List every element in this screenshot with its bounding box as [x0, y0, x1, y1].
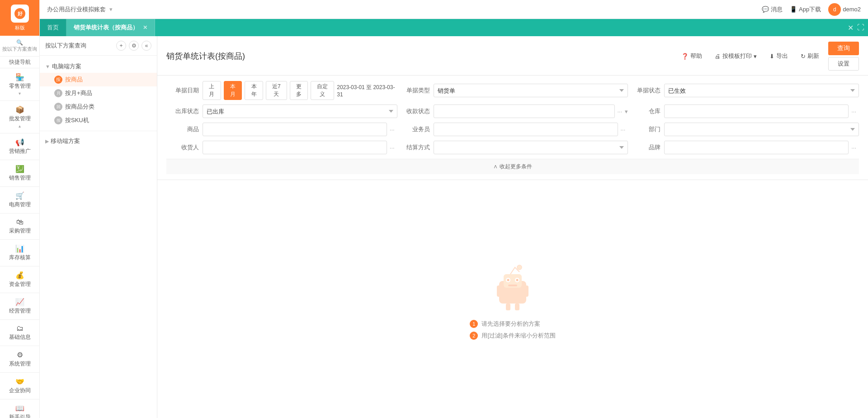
- settings-scheme-button[interactable]: ⚙: [129, 41, 139, 51]
- tab-home[interactable]: 首页: [40, 19, 66, 36]
- scheme-by-product[interactable]: 按 按商品: [40, 73, 157, 86]
- left-panel: 按以下方案查询 + ⚙ « ▼ 电脑端方案: [40, 36, 157, 418]
- scheme-by-month-product[interactable]: 月 按月+商品: [40, 86, 157, 100]
- brand-input[interactable]: [664, 141, 849, 154]
- wholesale-label: 批发管理: [9, 115, 31, 123]
- payment-dots[interactable]: ···: [615, 108, 625, 115]
- sidebar-item-purchase[interactable]: 🛍 采购管理: [0, 214, 39, 240]
- empty-state: 1 请先选择要分析的方案 2 用[过滤]条件来缩小分析范围: [157, 180, 868, 418]
- sidebar-item-guide[interactable]: 📖 新手引导: [0, 399, 39, 418]
- sidebar-item-cooperation[interactable]: 🤝 企业协同: [0, 373, 39, 399]
- date-group: 上月 本月 本年 近7天 更多 自定义 2023-03-01 至 2023-03…: [203, 81, 397, 100]
- system-icon: ⚙: [17, 351, 23, 359]
- settlement-select[interactable]: [434, 141, 628, 154]
- product-col: ···: [203, 123, 397, 136]
- department-select[interactable]: [664, 123, 859, 136]
- empty-tip-2: 2 用[过滤]条件来缩小分析范围: [470, 332, 555, 340]
- settings-button[interactable]: 设置: [828, 57, 859, 71]
- mobile-arrow: ▶: [45, 138, 49, 144]
- tab-spacer: [155, 19, 844, 36]
- maximize-icon[interactable]: ⛶: [857, 24, 864, 32]
- sidebar-item-inventory[interactable]: 📊 库存核算: [0, 240, 39, 266]
- app-download-button[interactable]: 📱 App下载: [790, 5, 821, 14]
- marketing-label: 营销推广: [9, 147, 31, 155]
- sidebar-item-ecommerce[interactable]: 🛒 电商管理: [0, 187, 39, 214]
- receiver-input[interactable]: [203, 141, 387, 154]
- tip-num-1: 1: [470, 320, 478, 328]
- app-logo[interactable]: 好 标版: [0, 0, 39, 36]
- marketing-icon: 📢: [15, 138, 24, 147]
- warehouse-col: ···: [664, 104, 859, 118]
- department-label: 部门: [628, 125, 664, 133]
- collapse-panel-button[interactable]: «: [142, 41, 151, 51]
- sidebar-item-marketing[interactable]: 📢 营销推广: [0, 133, 39, 160]
- report-tab-label: 销货单统计表（按商品）: [74, 24, 138, 32]
- page-header: 销货单统计表(按商品) ❓ 帮助 🖨 按模板打印 ▾ ⬇ 导出: [157, 36, 868, 76]
- scheme-by-product-label: 按商品: [65, 76, 83, 84]
- sidebar-item-wholesale[interactable]: 📦 批发管理 ▴: [0, 101, 39, 133]
- help-button[interactable]: ❓ 帮助: [678, 50, 706, 62]
- query-button[interactable]: 查询: [828, 42, 859, 55]
- pc-scheme-arrow: ▼: [45, 64, 50, 69]
- mobile-scheme-header[interactable]: ▶ 移动端方案: [40, 135, 157, 147]
- sidebar-item-sales[interactable]: 💹 销售管理: [0, 160, 39, 187]
- date-last-month[interactable]: 上月: [203, 81, 221, 100]
- print-dropdown-icon: ▾: [754, 53, 757, 60]
- salesperson-input[interactable]: [434, 123, 618, 136]
- collapse-filter-button[interactable]: ∧ 收起更多条件: [166, 159, 859, 174]
- sidebar-item-basic[interactable]: 🗂 基础信息: [0, 320, 39, 346]
- tab-close-icon[interactable]: ✕: [143, 24, 147, 31]
- date-year[interactable]: 本年: [245, 81, 263, 100]
- sidebar-item-system[interactable]: ⚙ 系统管理: [0, 346, 39, 373]
- quick-nav-label: 快捷导航: [9, 59, 31, 65]
- salesperson-dots[interactable]: ···: [618, 126, 628, 133]
- tree-divider: [40, 131, 157, 131]
- payment-dropdown-icon[interactable]: ▾: [625, 108, 628, 115]
- search-menu[interactable]: 🔍 按以下方案查询: [0, 36, 39, 57]
- date-current-month[interactable]: 本月: [224, 81, 242, 100]
- sidebar-item-retail[interactable]: 🏪 零售管理 ▾: [0, 68, 39, 101]
- scheme-category-label: 按商品分类: [65, 103, 94, 111]
- message-button[interactable]: 💬 消息: [762, 5, 783, 14]
- brand-dots[interactable]: ···: [849, 144, 859, 151]
- system-label: 系统管理: [9, 360, 31, 368]
- filter-row-1: 单据日期 上月 本月 本年 近7天 更多 自定义 2023-03-01 至 20…: [166, 81, 859, 100]
- product-input[interactable]: [203, 123, 387, 136]
- sidebar: 好 标版 🔍 按以下方案查询 快捷导航 🏪 零售管理 ▾ 📦 批发管理 ▴ 📢 …: [0, 0, 40, 418]
- refresh-icon: ↻: [801, 53, 806, 60]
- scheme-by-category[interactable]: 回 按商品分类: [40, 100, 157, 114]
- breadcrumb-dropdown-icon[interactable]: ▾: [109, 6, 113, 13]
- doc-type-label: 单据类型: [397, 86, 434, 95]
- warehouse-input[interactable]: [664, 104, 849, 118]
- date-custom[interactable]: 自定义: [311, 81, 334, 100]
- doc-type-select[interactable]: 销货单: [434, 84, 628, 97]
- user-menu[interactable]: d demo2: [828, 3, 861, 16]
- payment-status-input[interactable]: [434, 104, 615, 118]
- scheme-by-sku[interactable]: 按 按SKU机: [40, 114, 157, 127]
- svg-rect-12: [515, 304, 519, 310]
- warehouse-status-select[interactable]: 已出库: [203, 104, 397, 118]
- empty-illustration: [486, 258, 540, 313]
- sidebar-item-finance[interactable]: 💰 资金管理: [0, 266, 39, 293]
- add-scheme-button[interactable]: +: [116, 41, 126, 51]
- date-7days[interactable]: 近7天: [266, 81, 287, 100]
- close-window-icon[interactable]: ✕: [848, 24, 854, 32]
- print-button[interactable]: 🖨 按模板打印 ▾: [711, 50, 760, 62]
- breadcrumb-text: 办公用品行业模拟账套: [47, 5, 106, 14]
- doc-status-select[interactable]: 已生效: [664, 84, 859, 97]
- export-button[interactable]: ⬇ 导出: [766, 50, 792, 62]
- tab-report[interactable]: 销货单统计表（按商品） ✕: [66, 19, 155, 36]
- basic-label: 基础信息: [9, 333, 31, 341]
- receiver-dots[interactable]: ···: [387, 144, 397, 151]
- warehouse-dots[interactable]: ···: [849, 108, 859, 115]
- product-dots[interactable]: ···: [387, 126, 397, 133]
- sidebar-item-operations[interactable]: 📈 经营管理: [0, 293, 39, 320]
- svg-point-13: [517, 265, 522, 270]
- purchase-label: 采购管理: [9, 227, 31, 235]
- salesperson-col: ···: [434, 123, 628, 136]
- receiver-col: ···: [203, 141, 397, 154]
- quick-nav[interactable]: 快捷导航: [0, 57, 39, 68]
- date-more[interactable]: 更多: [290, 81, 308, 100]
- pc-scheme-header[interactable]: ▼ 电脑端方案: [40, 60, 157, 73]
- refresh-button[interactable]: ↻ 刷新: [797, 50, 823, 62]
